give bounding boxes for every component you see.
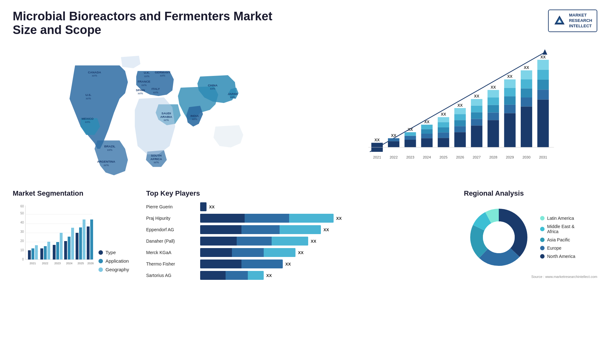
svg-text:2022: 2022 [390,155,397,159]
svg-text:xx%: xx% [230,96,235,99]
svg-text:2024: 2024 [423,155,431,159]
svg-rect-131 [64,241,67,260]
segmentation-section: Market Segmentation 0 10 20 30 40 50 60 [13,186,133,283]
svg-point-147 [483,221,515,253]
europe-dot [540,246,545,250]
svg-rect-40 [388,138,399,141]
svg-text:xx%: xx% [141,84,147,87]
svg-rect-90 [521,71,532,80]
svg-text:2021: 2021 [30,262,36,265]
logo-text: MARKET RESEARCH INTELLECT [569,13,592,29]
svg-text:XX: XX [491,85,496,90]
svg-text:CANADA: CANADA [88,71,101,74]
player-merck: Merck KGaA XX [146,248,451,257]
svg-rect-78 [488,105,499,113]
svg-rect-52 [421,138,433,147]
segmentation-title: Market Segmentation [13,189,133,198]
svg-rect-64 [454,120,466,126]
svg-rect-49 [421,125,433,129]
svg-rect-73 [471,125,482,147]
regional-section: Regional Analysis [464,186,597,283]
svg-text:2024: 2024 [66,262,72,265]
svg-rect-94 [521,107,532,147]
legend-asia-pacific: Asia Pacific [540,237,575,242]
svg-rect-55 [438,117,449,122]
svg-text:SAUDI: SAUDI [161,111,171,115]
donut-wrap: Latin America Middle East &Africa Asia P… [464,202,597,272]
geography-dot [98,267,103,272]
svg-text:XX: XX [391,133,396,138]
svg-text:xx%: xx% [210,87,215,90]
svg-rect-93 [521,98,532,107]
svg-text:2029: 2029 [506,155,514,159]
svg-rect-121 [35,245,38,260]
growth-chart: XX 2021 XX 2022 XX 2023 XX 2024 [311,43,597,170]
svg-text:XX: XX [507,74,513,79]
legend-latin-america: Latin America [540,216,575,221]
svg-text:2025: 2025 [78,262,84,265]
svg-rect-136 [79,227,82,260]
svg-text:30: 30 [20,230,24,233]
legend-application: Application [98,258,129,264]
svg-text:xx%: xx% [153,91,159,94]
svg-rect-91 [521,79,532,89]
player-eppendorf: Eppendorf AG XX [146,225,451,234]
player-danaher: Danaher (Pall) XX [146,237,451,246]
application-dot [98,259,103,263]
svg-text:JAPAN: JAPAN [227,92,238,96]
svg-text:BRAZIL: BRAZIL [104,145,115,148]
bar-chart-section: XX 2021 XX 2022 XX 2023 XX 2024 [311,43,597,177]
svg-text:10: 10 [20,248,24,252]
segmentation-chart: 0 10 20 30 40 50 60 [13,202,95,272]
svg-rect-59 [438,138,449,147]
svg-rect-127 [53,245,56,260]
svg-text:U.K.: U.K. [144,71,150,74]
svg-text:CHINA: CHINA [208,84,217,87]
page-title: Microbial Bioreactors and Fermenters Mar… [13,10,299,37]
svg-rect-92 [521,89,532,98]
svg-rect-125 [47,242,50,260]
svg-rect-57 [438,127,449,132]
svg-text:U.S.: U.S. [85,93,92,97]
svg-text:xx%: xx% [85,120,90,124]
svg-text:INDIA: INDIA [190,114,199,118]
svg-text:XX: XX [540,55,546,59]
player-praj: Praj Hipurity XX [146,214,451,223]
legend-middle-east: Middle East &Africa [540,224,575,234]
svg-text:xx%: xx% [160,74,166,77]
main-grid: CANADA xx% U.S. xx% MEXICO xx% BRAZIL xx… [13,43,597,283]
svg-rect-133 [71,228,74,260]
svg-text:xx%: xx% [104,164,109,167]
svg-text:xx%: xx% [86,97,91,100]
seg-chart-area: 0 10 20 30 40 50 60 [13,202,133,272]
svg-text:XX: XX [408,127,413,132]
svg-text:2026: 2026 [456,155,464,159]
svg-text:2030: 2030 [522,155,530,159]
regional-title: Regional Analysis [464,189,597,198]
svg-rect-72 [471,119,482,125]
player-pierre-guerin: Pierre Guerin XX [146,202,451,211]
svg-text:0: 0 [22,258,24,261]
svg-text:xx%: xx% [107,148,112,152]
svg-text:2021: 2021 [373,155,381,159]
bottom-row: Market Segmentation 0 10 20 30 40 50 60 [13,186,597,283]
svg-rect-132 [68,237,71,260]
svg-text:xx%: xx% [92,74,97,77]
svg-rect-99 [537,80,549,90]
svg-rect-135 [76,233,78,260]
svg-rect-129 [60,233,63,260]
svg-rect-119 [28,250,31,260]
legend-geography: Geography [98,267,129,272]
north-america-dot [540,254,545,259]
svg-rect-65 [454,126,466,132]
svg-rect-100 [537,90,549,99]
svg-text:2022: 2022 [42,262,48,265]
svg-text:AFRICA: AFRICA [151,157,162,161]
map-section: CANADA xx% U.S. xx% MEXICO xx% BRAZIL xx… [13,43,299,177]
svg-text:GERMANY: GERMANY [155,71,171,74]
svg-rect-86 [504,105,516,113]
svg-rect-97 [537,60,549,70]
player-thermo: Thermo Fisher XX [146,260,451,268]
svg-rect-46 [404,140,416,147]
svg-rect-101 [537,100,549,147]
